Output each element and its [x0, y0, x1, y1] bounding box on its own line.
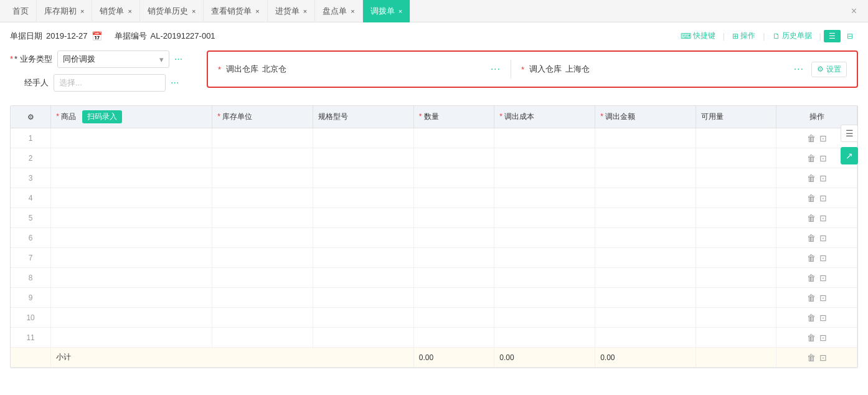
tab-home[interactable]: 首页 — [5, 0, 37, 22]
row-available-4[interactable] — [696, 188, 776, 208]
row-cost-10[interactable] — [494, 308, 595, 328]
shortcut-button[interactable]: ⌨ 快捷键 — [676, 29, 720, 43]
th-gear[interactable]: ⚙ — [11, 106, 51, 128]
row-amount-7[interactable] — [595, 248, 696, 268]
row-spec-6[interactable] — [313, 228, 414, 248]
row-product-9[interactable] — [51, 288, 212, 308]
history-button[interactable]: 🗋 历史单据 — [768, 29, 817, 43]
row-available-6[interactable] — [696, 228, 776, 248]
row-cost-9[interactable] — [494, 288, 595, 308]
layout-list-button[interactable]: ☰ — [824, 30, 841, 42]
gear-icon[interactable]: ⚙ — [27, 113, 34, 121]
row-product-2[interactable] — [51, 148, 212, 168]
row-cost-3[interactable] — [494, 168, 595, 188]
row-unit-9[interactable] — [212, 288, 313, 308]
row-product-10[interactable] — [51, 308, 212, 328]
row-product-3[interactable] — [51, 168, 212, 188]
copy-icon-6[interactable]: ⊡ — [819, 233, 827, 243]
copy-icon-10[interactable]: ⊡ — [819, 313, 827, 323]
row-unit-4[interactable] — [212, 188, 313, 208]
row-unit-11[interactable] — [212, 328, 313, 348]
delete-icon-7[interactable]: 🗑 — [807, 253, 816, 263]
operation-button[interactable]: ⊞ 操作 — [727, 29, 760, 43]
delete-icon-5[interactable]: 🗑 — [807, 213, 816, 223]
row-product-4[interactable] — [51, 188, 212, 208]
row-available-7[interactable] — [696, 248, 776, 268]
copy-icon-7[interactable]: ⊡ — [819, 253, 827, 263]
tab-close-inventory-init[interactable]: × — [80, 7, 84, 15]
business-type-select[interactable]: 同价调拨 ▾ — [57, 50, 169, 68]
date-value[interactable]: 2019-12-27 — [46, 31, 88, 40]
delete-icon-1[interactable]: 🗑 — [807, 133, 816, 143]
tab-close-purchase[interactable]: × — [303, 7, 307, 15]
subtotal-copy-icon[interactable]: ⊡ — [819, 353, 827, 363]
row-spec-3[interactable] — [313, 168, 414, 188]
row-amount-6[interactable] — [595, 228, 696, 248]
row-spec-10[interactable] — [313, 308, 414, 328]
row-unit-7[interactable] — [212, 248, 313, 268]
tab-stocktake[interactable]: 盘点单 × — [315, 0, 362, 22]
row-product-7[interactable] — [51, 248, 212, 268]
row-product-1[interactable] — [51, 128, 212, 148]
copy-icon-5[interactable]: ⊡ — [819, 213, 827, 223]
tab-close-view-sales[interactable]: × — [255, 7, 259, 15]
copy-icon-9[interactable]: ⊡ — [819, 293, 827, 303]
row-amount-9[interactable] — [595, 288, 696, 308]
calendar-icon[interactable]: 📅 — [92, 31, 102, 41]
row-amount-4[interactable] — [595, 188, 696, 208]
row-available-3[interactable] — [696, 168, 776, 188]
scan-button[interactable]: 扫码录入 — [82, 110, 122, 123]
row-available-5[interactable] — [696, 208, 776, 228]
row-cost-11[interactable] — [494, 328, 595, 348]
row-quantity-9[interactable] — [413, 288, 494, 308]
copy-icon-2[interactable]: ⊡ — [819, 153, 827, 163]
row-quantity-3[interactable] — [413, 168, 494, 188]
row-cost-4[interactable] — [494, 188, 595, 208]
delete-icon-9[interactable]: 🗑 — [807, 293, 816, 303]
tab-close-sales-history[interactable]: × — [192, 7, 196, 15]
copy-icon-1[interactable]: ⊡ — [819, 133, 827, 143]
row-available-1[interactable] — [696, 128, 776, 148]
row-unit-1[interactable] — [212, 128, 313, 148]
row-available-11[interactable] — [696, 328, 776, 348]
row-amount-1[interactable] — [595, 128, 696, 148]
row-cost-2[interactable] — [494, 148, 595, 168]
transfer-in-value[interactable]: 上海仓 — [565, 64, 590, 75]
row-cost-1[interactable] — [494, 128, 595, 148]
tab-inventory-init[interactable]: 库存期初 × — [37, 0, 92, 22]
tab-view-sales[interactable]: 查看销货单 × — [204, 0, 267, 22]
tab-sales-order[interactable]: 销货单 × — [92, 0, 139, 22]
row-amount-11[interactable] — [595, 328, 696, 348]
row-cost-8[interactable] — [494, 268, 595, 288]
window-close-button[interactable]: × — [845, 6, 863, 17]
row-spec-11[interactable] — [313, 328, 414, 348]
row-unit-8[interactable] — [212, 268, 313, 288]
row-quantity-4[interactable] — [413, 188, 494, 208]
row-amount-2[interactable] — [595, 148, 696, 168]
sidebar-export-icon[interactable]: ↗ — [841, 147, 858, 164]
row-quantity-1[interactable] — [413, 128, 494, 148]
manager-select[interactable]: 选择... — [54, 74, 166, 92]
delete-icon-11[interactable]: 🗑 — [807, 333, 816, 343]
tab-close-sales-order[interactable]: × — [128, 7, 131, 15]
row-cost-6[interactable] — [494, 228, 595, 248]
row-available-2[interactable] — [696, 148, 776, 168]
row-product-5[interactable] — [51, 208, 212, 228]
tab-close-stocktake[interactable]: × — [351, 7, 354, 15]
copy-icon-8[interactable]: ⊡ — [819, 273, 827, 283]
tab-close-transfer[interactable]: × — [399, 7, 402, 15]
row-amount-10[interactable] — [595, 308, 696, 328]
row-unit-3[interactable] — [212, 168, 313, 188]
delete-icon-8[interactable]: 🗑 — [807, 273, 816, 283]
settings-button[interactable]: ⚙ 设置 — [811, 62, 847, 77]
row-spec-4[interactable] — [313, 188, 414, 208]
row-amount-5[interactable] — [595, 208, 696, 228]
row-amount-3[interactable] — [595, 168, 696, 188]
row-available-10[interactable] — [696, 308, 776, 328]
row-cost-5[interactable] — [494, 208, 595, 228]
business-type-more-button[interactable]: ··· — [174, 54, 182, 65]
manager-more-button[interactable]: ··· — [171, 77, 179, 88]
row-quantity-5[interactable] — [413, 208, 494, 228]
delete-icon-10[interactable]: 🗑 — [807, 313, 816, 323]
row-product-8[interactable] — [51, 268, 212, 288]
